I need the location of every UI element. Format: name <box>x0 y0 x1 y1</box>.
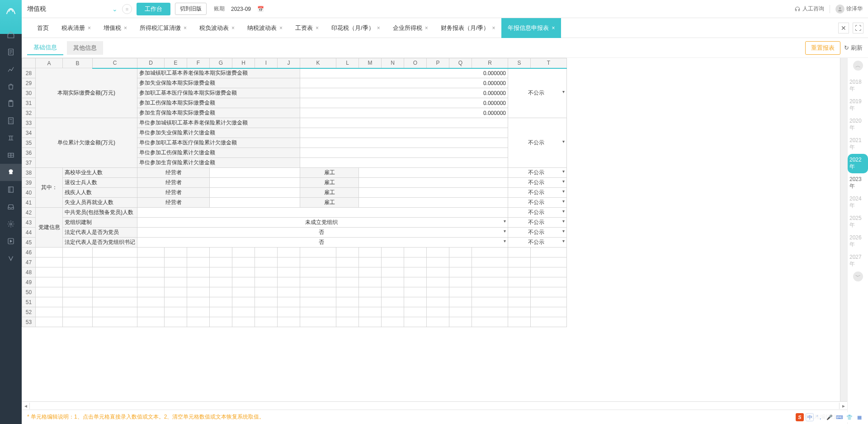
col-header[interactable]: P <box>427 58 449 68</box>
cell[interactable] <box>531 248 567 257</box>
cell[interactable]: 否 <box>137 238 508 248</box>
cell[interactable]: 不公示 <box>508 218 567 228</box>
col-header[interactable]: M <box>359 58 382 68</box>
cell[interactable] <box>427 277 449 287</box>
row-header[interactable]: 48 <box>22 267 36 277</box>
col-header[interactable]: N <box>382 58 404 68</box>
cell[interactable] <box>92 297 137 307</box>
vertical-scrollbar[interactable] <box>840 58 847 401</box>
cell[interactable] <box>404 277 427 287</box>
col-header[interactable]: L <box>336 58 359 68</box>
scroll-up-icon[interactable]: ︿ <box>853 61 863 71</box>
col-header[interactable]: H <box>232 58 255 68</box>
cell[interactable] <box>359 248 382 257</box>
cell[interactable] <box>210 188 300 198</box>
cell[interactable] <box>137 257 165 267</box>
row-header[interactable]: 50 <box>22 287 36 297</box>
cell[interactable] <box>300 248 336 257</box>
row-header[interactable]: 41 <box>22 198 36 208</box>
col-header[interactable]: I <box>255 58 278 68</box>
cell[interactable] <box>92 287 137 297</box>
nav-settings-icon[interactable] <box>0 215 22 233</box>
tab-close-icon[interactable]: × <box>492 25 495 31</box>
cell[interactable]: 未成立党组织 <box>137 218 508 228</box>
ime-skin-icon[interactable]: 👕 <box>845 413 854 421</box>
support-link[interactable]: 人工咨询 <box>794 5 824 13</box>
cell[interactable] <box>210 257 232 267</box>
cell[interactable] <box>137 317 165 327</box>
nav-doc-icon[interactable] <box>0 43 22 61</box>
cell[interactable] <box>278 287 300 297</box>
cell[interactable]: 不公示 <box>508 118 567 168</box>
cell[interactable]: 经营者 <box>137 168 210 178</box>
cell[interactable] <box>449 277 472 287</box>
cell[interactable] <box>508 317 531 327</box>
nav-home-icon[interactable] <box>0 26 22 43</box>
cell[interactable] <box>137 277 165 287</box>
period-value[interactable]: 2023-09 <box>231 6 251 12</box>
tab-close-icon[interactable]: × <box>425 25 428 31</box>
row-header[interactable]: 49 <box>22 277 36 287</box>
cell[interactable] <box>165 317 187 327</box>
col-header[interactable]: E <box>165 58 187 68</box>
history-icon[interactable]: ≡ <box>122 4 132 14</box>
cell[interactable] <box>255 257 278 267</box>
tab-10[interactable]: 年报信息申报表× <box>501 18 561 38</box>
cell[interactable] <box>278 267 300 277</box>
cell[interactable]: 不公示 <box>508 238 567 248</box>
reset-report-button[interactable]: 重置报表 <box>805 41 840 55</box>
scroll-right-icon[interactable]: ▸ <box>839 403 847 409</box>
tab-1[interactable]: 税表清册× <box>55 18 97 38</box>
tab-5[interactable]: 纳税波动表× <box>241 18 289 38</box>
tab-2[interactable]: 增值税× <box>97 18 133 38</box>
col-header[interactable]: T <box>531 58 567 68</box>
cell[interactable] <box>472 307 508 317</box>
cell[interactable] <box>336 248 359 257</box>
cell[interactable] <box>165 248 187 257</box>
cell[interactable] <box>232 277 255 287</box>
cell[interactable]: 不公示 <box>508 228 567 238</box>
cell[interactable] <box>63 267 93 277</box>
cell[interactable] <box>404 317 427 327</box>
cell[interactable] <box>359 307 382 317</box>
row-header[interactable]: 52 <box>22 307 36 317</box>
tab-close-icon[interactable]: × <box>124 25 127 31</box>
cell[interactable] <box>92 307 137 317</box>
cell[interactable] <box>36 317 63 327</box>
row-header[interactable]: 36 <box>22 148 36 158</box>
row-header[interactable]: 29 <box>22 78 36 88</box>
cell[interactable]: 本期实际缴费金额(万元) <box>36 68 137 118</box>
cell[interactable] <box>427 317 449 327</box>
calendar-icon[interactable]: 📅 <box>257 6 264 12</box>
cell[interactable] <box>210 287 232 297</box>
cell[interactable]: 不公示 <box>508 198 567 208</box>
cell[interactable] <box>531 307 567 317</box>
scroll-down-icon[interactable]: ﹀ <box>853 272 863 281</box>
nav-grid-icon[interactable] <box>0 147 22 164</box>
col-header[interactable]: Q <box>449 58 472 68</box>
cell[interactable] <box>359 188 508 198</box>
cell[interactable] <box>449 317 472 327</box>
col-header[interactable]: F <box>187 58 210 68</box>
row-header[interactable]: 42 <box>22 208 36 218</box>
cell[interactable] <box>255 307 278 317</box>
col-header[interactable]: O <box>404 58 427 68</box>
spreadsheet-area[interactable]: ABCDEFGHIJKLMNOPQRST 28本期实际缴费金额(万元)参加城镇职… <box>22 58 847 401</box>
cell[interactable] <box>300 277 336 287</box>
row-header[interactable]: 32 <box>22 108 36 118</box>
cell[interactable] <box>210 297 232 307</box>
cell[interactable] <box>472 257 508 267</box>
cell[interactable]: 0.000000 <box>300 108 508 118</box>
expand-icon[interactable]: ⛶ <box>853 23 863 33</box>
cell[interactable]: 不公示 <box>508 168 567 178</box>
switch-old-button[interactable]: 切到旧版 <box>175 3 207 15</box>
cell[interactable] <box>255 277 278 287</box>
col-header[interactable]: S <box>508 58 531 68</box>
cell[interactable] <box>427 248 449 257</box>
tab-close-icon[interactable]: × <box>377 25 380 31</box>
cell[interactable] <box>300 257 336 267</box>
cell[interactable] <box>531 257 567 267</box>
ime-toolbox-icon[interactable]: ▦ <box>855 413 863 421</box>
cell[interactable] <box>382 248 404 257</box>
cell[interactable]: 否 <box>137 228 508 238</box>
